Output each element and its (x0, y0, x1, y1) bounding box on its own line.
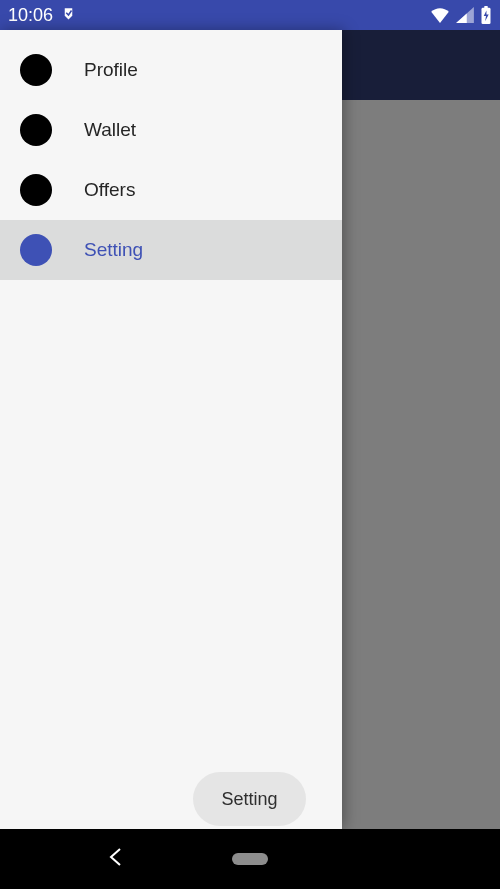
drawer-item-profile[interactable]: Profile (0, 40, 342, 100)
drawer-item-label: Setting (84, 239, 143, 261)
status-left: 10:06 (8, 5, 79, 26)
wifi-icon (430, 7, 450, 23)
svg-rect-1 (484, 6, 488, 8)
circle-icon (20, 54, 52, 86)
navigation-drawer: Profile Wallet Offers Setting (0, 30, 342, 829)
status-time: 10:06 (8, 5, 53, 26)
drawer-item-offers[interactable]: Offers (0, 160, 342, 220)
status-bar: 10:06 (0, 0, 500, 30)
status-right (430, 6, 492, 24)
app-notification-icon (61, 6, 79, 24)
home-pill-icon[interactable] (232, 853, 268, 865)
circle-icon (20, 114, 52, 146)
circle-icon (20, 174, 52, 206)
drawer-item-label: Profile (84, 59, 138, 81)
drawer-item-label: Wallet (84, 119, 136, 141)
drawer-item-wallet[interactable]: Wallet (0, 100, 342, 160)
toast-text: Setting (221, 789, 277, 810)
drawer-item-setting[interactable]: Setting (0, 220, 342, 280)
circle-icon (20, 234, 52, 266)
android-nav-bar (0, 829, 500, 889)
battery-charging-icon (480, 6, 492, 24)
toast: Setting (193, 772, 306, 826)
cellular-icon (456, 7, 474, 23)
back-icon[interactable] (106, 847, 126, 871)
drawer-item-label: Offers (84, 179, 135, 201)
